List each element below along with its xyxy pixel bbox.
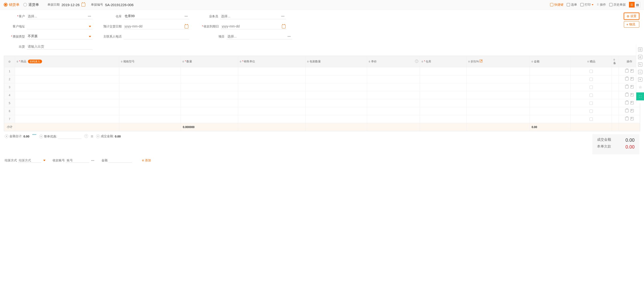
delete-row-button[interactable] bbox=[625, 85, 628, 88]
logistics-button[interactable]: 物流 bbox=[624, 21, 639, 28]
rail-attachment-icon[interactable]: ⊘ bbox=[638, 55, 642, 59]
customer-address-input[interactable] bbox=[27, 23, 92, 29]
column-price[interactable]: 单价? bbox=[367, 56, 420, 67]
view-list-button[interactable]: ☰ bbox=[629, 2, 634, 7]
print-button[interactable]: 打印 bbox=[580, 2, 594, 7]
gift-checkbox[interactable] bbox=[590, 110, 593, 113]
operations-button[interactable]: ⠿ 操作 bbox=[597, 2, 606, 7]
total-amount: ¥ 金额合计: 0.00 bbox=[5, 134, 29, 138]
order-discount-input[interactable] bbox=[58, 134, 82, 139]
footer-row2: 结算方式 收款账号 ••• 金额 添加 bbox=[0, 157, 644, 166]
row-number: 4 bbox=[4, 91, 15, 99]
calendar-icon[interactable] bbox=[82, 3, 85, 6]
add-row-button[interactable] bbox=[630, 117, 634, 120]
edit-icon[interactable] bbox=[480, 60, 482, 62]
table-row[interactable]: 7 bbox=[4, 115, 640, 123]
rail-document-icon[interactable]: ☰ bbox=[638, 47, 642, 52]
gift-checkbox[interactable] bbox=[590, 118, 593, 121]
doc-date-value[interactable]: 2019-12-26 bbox=[62, 3, 80, 7]
column-unit[interactable]: *销售单位 bbox=[238, 56, 305, 67]
settings-button[interactable]: 设置 bbox=[624, 13, 639, 20]
delete-row-button[interactable] bbox=[625, 117, 628, 120]
history-button[interactable]: 历史单据 bbox=[609, 2, 626, 7]
hotkey-button[interactable]: 快捷键 bbox=[550, 2, 564, 7]
table-row[interactable]: 1 bbox=[4, 67, 640, 75]
rail-user-icon[interactable]: ☺ bbox=[638, 70, 642, 74]
receipt-account-input[interactable] bbox=[66, 158, 89, 163]
contact-phone-field: 主联系人电话 bbox=[100, 33, 194, 39]
help-icon[interactable]: ? bbox=[415, 60, 418, 63]
project-input[interactable] bbox=[226, 33, 292, 39]
add-payment-button[interactable]: 添加 bbox=[142, 158, 151, 162]
add-row-button[interactable] bbox=[630, 77, 634, 80]
gift-checkbox[interactable] bbox=[590, 78, 593, 81]
scan-badge[interactable]: 扫码录入 bbox=[28, 60, 42, 63]
rail-refresh-icon[interactable]: ↻ bbox=[638, 62, 642, 67]
column-gift[interactable]: 赠品 bbox=[571, 56, 612, 67]
yuan-icon: ¥ bbox=[39, 135, 43, 138]
gift-checkbox[interactable] bbox=[590, 86, 593, 89]
print-icon bbox=[580, 3, 584, 6]
column-discount[interactable]: 折扣% bbox=[467, 56, 530, 67]
column-note[interactable]: 备 bbox=[612, 56, 619, 67]
delete-row-button[interactable] bbox=[625, 93, 628, 96]
add-row-button[interactable] bbox=[630, 69, 634, 72]
settings-column[interactable] bbox=[4, 56, 15, 67]
rail-expand-icon[interactable]: ⛶ bbox=[636, 92, 644, 100]
chevron-down-icon bbox=[592, 4, 594, 5]
column-spec[interactable]: 规格型号 bbox=[119, 56, 181, 67]
rail-star-icon[interactable]: ☆ bbox=[638, 85, 642, 89]
gift-checkbox[interactable] bbox=[590, 94, 593, 97]
gear-icon bbox=[626, 14, 630, 18]
table-row[interactable]: 5 bbox=[4, 99, 640, 107]
row-number: 1 bbox=[4, 67, 15, 75]
gift-checkbox[interactable] bbox=[590, 102, 593, 105]
doc-date-label: 单据日期 bbox=[48, 2, 60, 7]
contact-phone-input[interactable] bbox=[124, 33, 189, 39]
column-product[interactable]: *商品 扫码录入 bbox=[15, 56, 119, 67]
add-row-button[interactable] bbox=[630, 85, 634, 88]
table-row[interactable]: 2 bbox=[4, 75, 640, 83]
rail-currency-icon[interactable]: ¥ bbox=[638, 77, 642, 82]
column-amount[interactable]: 金额 bbox=[530, 56, 571, 67]
due-date-input[interactable] bbox=[221, 23, 286, 29]
receipt-amount-input[interactable] bbox=[108, 158, 132, 163]
tab-return-order[interactable]: 退货单 bbox=[23, 2, 39, 7]
view-grid-button[interactable]: ▤ bbox=[634, 2, 640, 7]
delete-row-button[interactable] bbox=[625, 109, 628, 112]
minus-icon bbox=[32, 134, 36, 135]
equals-icon bbox=[91, 134, 94, 139]
delete-row-button[interactable] bbox=[625, 77, 628, 80]
add-row-button[interactable] bbox=[630, 101, 634, 104]
more-icon[interactable]: ••• bbox=[91, 159, 94, 162]
doc-number-label: 单据编号 bbox=[91, 2, 103, 7]
settlement-input[interactable] bbox=[18, 158, 41, 163]
table-row[interactable]: 6 bbox=[4, 107, 640, 115]
chevron-down-icon[interactable] bbox=[43, 160, 46, 161]
delete-row-button[interactable] bbox=[625, 69, 628, 72]
customer-input[interactable] bbox=[27, 13, 92, 19]
column-quantity[interactable]: *数量 bbox=[181, 56, 238, 67]
add-row-button[interactable] bbox=[630, 93, 634, 96]
est-delivery-input[interactable] bbox=[124, 23, 189, 29]
shipment-input[interactable] bbox=[27, 44, 92, 49]
gift-checkbox[interactable] bbox=[590, 70, 593, 73]
column-warehouse[interactable]: *仓库 bbox=[420, 56, 467, 67]
help-q[interactable]: ? bbox=[84, 134, 88, 138]
table-row[interactable]: 4 bbox=[4, 91, 640, 99]
delete-row-button[interactable] bbox=[625, 101, 628, 104]
calendar-icon[interactable] bbox=[184, 25, 188, 28]
tab-sales-order[interactable]: 销货单 bbox=[4, 2, 20, 7]
invoice-type-input[interactable] bbox=[27, 33, 92, 39]
select-order-button[interactable]: 选单 bbox=[567, 2, 577, 7]
calendar-icon[interactable] bbox=[282, 25, 286, 28]
salesperson-input[interactable] bbox=[220, 13, 286, 19]
warehouse-input[interactable] bbox=[124, 13, 189, 19]
add-row-button[interactable] bbox=[630, 109, 634, 112]
form-area: *客户 ••• 仓库 ••• 业务员 ••• 客户地址 预计交货 bbox=[0, 10, 644, 56]
row-number: 5 bbox=[4, 99, 15, 107]
table-row[interactable]: 3 bbox=[4, 83, 640, 91]
summary-deal-label: 成交金额 bbox=[597, 138, 611, 143]
warehouse-field: 仓库 ••• bbox=[100, 13, 188, 19]
column-pack-qty[interactable]: 包装数量 bbox=[305, 56, 367, 67]
